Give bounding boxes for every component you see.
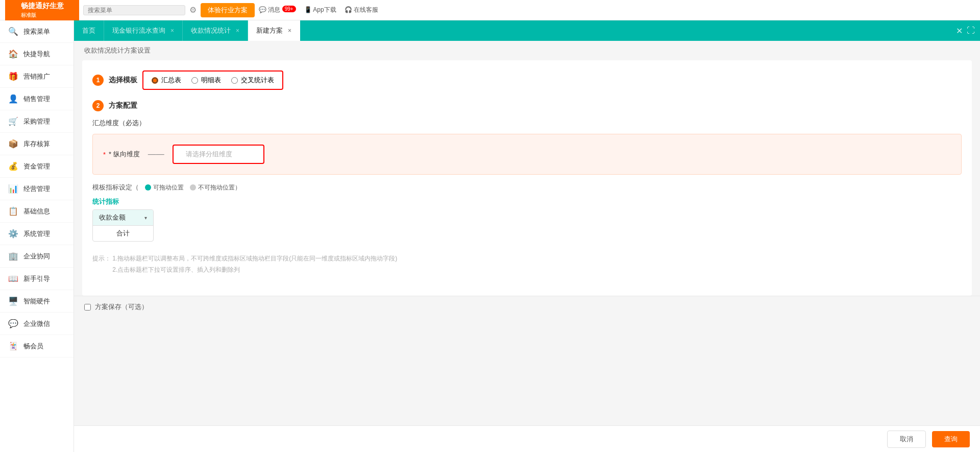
immovable-pill <box>190 184 196 191</box>
sidebar-label-guide: 新手引导 <box>23 274 50 283</box>
cancel-button[interactable]: 取消 <box>887 431 926 448</box>
close-bank-tab-icon[interactable]: × <box>170 27 174 34</box>
sidebar-item-sales[interactable]: 👤 销售管理 <box>0 88 74 110</box>
page-content: 收款情况统计方案设置 1 选择模板 汇总表 <box>74 41 980 425</box>
sidebar-label-inventory: 库存核算 <box>23 139 50 149</box>
monitor-icon: 🖥️ <box>8 296 18 306</box>
tab-stats-label: 收款情况统计 <box>191 26 231 35</box>
sidebar-item-marketing[interactable]: 🎁 营销推广 <box>0 65 74 88</box>
step2-section: 2 方案配置 汇总维度（必选） * * 纵向维度 —— <box>92 100 962 275</box>
sidebar-label-search: 搜索菜单 <box>23 27 50 36</box>
sidebar-label-finance: 资金管理 <box>23 162 50 171</box>
radio-detail-label: 明细表 <box>201 76 221 85</box>
radio-cross-input[interactable] <box>231 77 238 84</box>
stats-table-header[interactable]: 收款金额 ▾ <box>93 210 153 226</box>
chart-icon: 📊 <box>8 184 18 194</box>
stats-label: 统计指标 <box>92 197 962 206</box>
user-icon: 👤 <box>8 94 18 104</box>
radio-summary[interactable]: 汇总表 <box>152 76 181 85</box>
save-label: 方案保存（可选） <box>95 302 148 312</box>
step1-section: 1 选择模板 汇总表 明细表 <box>92 70 962 90</box>
msg-badge: 99+ <box>282 6 296 12</box>
save-checkbox[interactable] <box>84 304 91 311</box>
tab-home[interactable]: 首页 <box>74 20 104 41</box>
close-stats-tab-icon[interactable]: × <box>236 27 239 34</box>
step2-header: 2 方案配置 <box>92 100 962 111</box>
download-link[interactable]: 📱 App下载 <box>304 6 336 14</box>
sidebar-label-operations: 经营管理 <box>23 184 50 194</box>
sidebar-item-nav[interactable]: 🏠 快捷导航 <box>0 43 74 65</box>
service-link[interactable]: 🎧 在线客服 <box>345 6 378 14</box>
sidebar-label-sales: 销售管理 <box>23 94 50 104</box>
home-icon: 🏠 <box>8 49 18 59</box>
wechat-icon: 💬 <box>8 319 18 328</box>
tab-bar: 首页 现金银行流水查询 × 收款情况统计 × 新建方案 × ✕ ⛶ <box>74 20 980 41</box>
close-tab-button[interactable]: ✕ <box>956 26 963 36</box>
content-area: 首页 现金银行流水查询 × 收款情况统计 × 新建方案 × ✕ ⛶ <box>74 20 980 452</box>
stats-table: 收款金额 ▾ 合计 <box>92 209 154 242</box>
sidebar-label-system: 系统管理 <box>23 229 50 239</box>
logo-text: 畅捷通好生意 <box>21 2 64 11</box>
close-new-tab-icon[interactable]: × <box>288 27 291 34</box>
tab-new-label: 新建方案 <box>256 26 283 35</box>
money-icon: 💰 <box>8 161 18 171</box>
building-icon: 🏢 <box>8 251 18 261</box>
tab-new[interactable]: 新建方案 × <box>248 20 300 41</box>
form-card: 1 选择模板 汇总表 明细表 <box>82 60 972 296</box>
movable-badge: 可拖动位置 <box>145 183 184 192</box>
tab-bank[interactable]: 现金银行流水查询 × <box>104 20 183 41</box>
dim-select-box[interactable]: 请选择分组维度 <box>173 145 264 164</box>
sidebar-item-guide[interactable]: 📖 新手引导 <box>0 268 74 290</box>
maximize-button[interactable]: ⛶ <box>967 26 975 35</box>
sidebar-item-basic[interactable]: 📋 基础信息 <box>0 200 74 223</box>
sidebar-label-basic: 基础信息 <box>23 207 50 216</box>
sidebar-item-system[interactable]: ⚙️ 系统管理 <box>0 223 74 245</box>
chevron-down-icon: ▾ <box>144 215 147 221</box>
sidebar-item-finance[interactable]: 💰 资金管理 <box>0 155 74 178</box>
tips-section: 提示： 1.拖动标题栏可以调整布局，不可跨维度或指标区域拖动栏目字段(只能在同一… <box>92 253 962 275</box>
dim-row-label: * * 纵向维度 <box>103 150 140 159</box>
sidebar-item-member[interactable]: 🃏 畅会员 <box>0 335 74 358</box>
sidebar-item-hardware[interactable]: 🖥️ 智能硬件 <box>0 290 74 313</box>
message-icon[interactable]: 💬 消息 99+ <box>259 6 296 14</box>
msg-label: 消息 <box>268 6 280 13</box>
clipboard-icon: 📋 <box>8 206 18 216</box>
footer-bar: 方案保存（可选） <box>74 296 980 318</box>
query-button[interactable]: 查询 <box>932 431 970 447</box>
step1-badge: 1 <box>92 75 104 86</box>
sidebar-label-purchase: 采购管理 <box>23 117 50 126</box>
search-icon: 🔍 <box>8 27 18 36</box>
dimension-row: * * 纵向维度 —— 请选择分组维度 <box>103 145 951 164</box>
radio-cross[interactable]: 交叉统计表 <box>231 76 274 85</box>
sidebar-item-inventory[interactable]: 📦 库存核算 <box>0 133 74 155</box>
trial-button[interactable]: 体验行业方案 <box>201 3 255 17</box>
main-layout: 🔍 搜索菜单 🏠 快捷导航 🎁 营销推广 👤 销售管理 🛒 采购管理 📦 库存核… <box>0 20 980 452</box>
immovable-label: 不可拖动位置） <box>198 183 241 192</box>
sidebar-item-purchase[interactable]: 🛒 采购管理 <box>0 110 74 133</box>
movable-label: 可拖动位置 <box>153 183 184 192</box>
settings-icon: ⚙️ <box>8 229 18 239</box>
step1-title: 选择模板 <box>109 76 137 85</box>
tab-controls: ✕ ⛶ <box>951 20 980 41</box>
sidebar-item-operations[interactable]: 📊 经营管理 <box>0 178 74 200</box>
book-icon: 📖 <box>8 274 18 283</box>
radio-detail[interactable]: 明细表 <box>191 76 221 85</box>
tab-bank-label: 现金银行流水查询 <box>112 26 165 35</box>
radio-summary-input[interactable] <box>152 77 158 84</box>
search-input[interactable] <box>83 5 185 15</box>
tab-stats[interactable]: 收款情况统计 × <box>183 20 248 41</box>
box-icon: 📦 <box>8 139 18 149</box>
sidebar-item-corp[interactable]: 🏢 企业协同 <box>0 245 74 268</box>
cart-icon: 🛒 <box>8 116 18 126</box>
sidebar-item-wechat[interactable]: 💬 企业微信 <box>0 313 74 335</box>
dimension-config: 汇总维度（必选） * * 纵向维度 —— 请选择分组维度 <box>92 118 962 175</box>
dimension-title: 汇总维度（必选） <box>92 118 962 128</box>
page-title: 收款情况统计方案设置 <box>84 46 151 54</box>
sidebar-label-corp: 企业协同 <box>23 252 50 261</box>
radio-detail-input[interactable] <box>191 77 198 84</box>
stats-table-cell: 合计 <box>93 226 153 241</box>
gift-icon: 🎁 <box>8 72 18 81</box>
logo: 畅捷通好生意 标准版 <box>5 0 79 20</box>
gear-icon[interactable]: ⚙ <box>189 5 197 15</box>
sidebar-item-search[interactable]: 🔍 搜索菜单 <box>0 20 74 43</box>
